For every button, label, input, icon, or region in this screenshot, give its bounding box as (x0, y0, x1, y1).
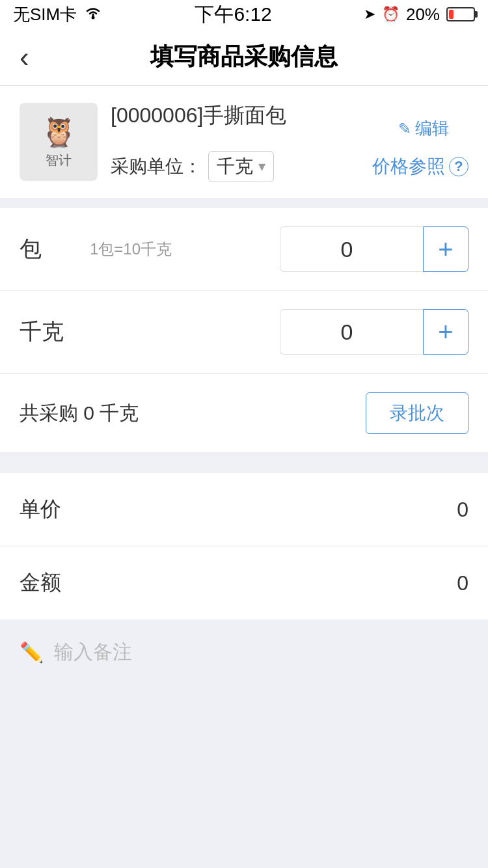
price-row-unit: 单价 0 (0, 473, 488, 547)
product-image: 🦉 智计 (20, 103, 98, 181)
status-right: ➤ ⏰ 20% (364, 5, 475, 25)
quantity-label-bao: 包 (20, 234, 85, 264)
back-button[interactable]: ‹ (20, 43, 29, 72)
quantity-row-bao: 包 1包=10千克 + (0, 208, 488, 291)
chevron-down-icon: ▾ (258, 158, 265, 175)
location-icon: ➤ (364, 6, 375, 23)
edit-icon: ✎ (398, 120, 411, 138)
notes-placeholder: 输入备注 (54, 639, 132, 666)
nav-bar: ‹ 填写商品采购信息 (0, 29, 488, 86)
price-ref-label: 价格参照 (372, 154, 445, 179)
quantity-plus-kg[interactable]: + (423, 309, 468, 355)
summary-row: 共采购 0 千克 录批次 (0, 373, 488, 452)
unit-price-label: 单价 (20, 495, 61, 524)
edit-label: 编辑 (415, 117, 449, 140)
product-unit-row: 采购单位： 千克 ▾ 价格参照 ? (111, 151, 468, 182)
product-card: 🦉 智计 [0000006]手撕面包 ✎ 编辑 采购单位： (0, 86, 488, 198)
batch-button[interactable]: 录批次 (366, 392, 468, 434)
quantity-input-kg[interactable] (280, 309, 423, 355)
quantity-input-wrap-kg: + (280, 309, 468, 355)
quantity-input-wrap-bao: + (280, 226, 468, 272)
status-bar: 无SIM卡 下午6:12 ➤ ⏰ 20% (0, 0, 488, 29)
unit-label: 采购单位： (111, 154, 202, 179)
quantity-row-kg: 千克 + (0, 291, 488, 373)
quantity-plus-bao[interactable]: + (423, 226, 468, 272)
quantity-section: 包 1包=10千克 + 千克 + (0, 208, 488, 373)
product-image-label: 智计 (46, 152, 72, 169)
quantity-sublabel-bao: 1包=10千克 (90, 239, 172, 260)
price-section: 单价 0 金额 0 (0, 473, 488, 619)
help-icon: ? (449, 157, 468, 176)
unit-price-value: 0 (457, 498, 468, 522)
product-info: [0000006]手撕面包 ✎ 编辑 采购单位： 千克 ▾ (111, 102, 468, 182)
status-left: 无SIM卡 (13, 3, 103, 26)
quantity-input-bao[interactable] (280, 226, 423, 272)
page: 无SIM卡 下午6:12 ➤ ⏰ 20% ‹ 填写商 (0, 0, 488, 868)
amount-value: 0 (457, 571, 468, 595)
notes-section[interactable]: ✏️ 输入备注 (0, 619, 488, 685)
pencil-icon: ✏️ (20, 641, 44, 664)
empty-area (0, 685, 488, 868)
alarm-icon: ⏰ (382, 6, 400, 23)
summary-text: 共采购 0 千克 (20, 400, 139, 427)
amount-label: 金额 (20, 569, 61, 597)
status-time: 下午6:12 (195, 1, 271, 28)
svg-point-0 (92, 16, 95, 20)
signal-text: 无SIM卡 (13, 3, 77, 26)
edit-button[interactable]: ✎ 编辑 (398, 117, 449, 140)
battery-icon (446, 7, 475, 21)
battery-percent: 20% (406, 5, 440, 25)
divider-2 (0, 452, 488, 463)
price-ref-button[interactable]: 价格参照 ? (372, 154, 468, 179)
unit-selector[interactable]: 千克 ▾ (208, 151, 274, 182)
product-owl-icon: 🦉 (41, 115, 77, 149)
unit-value: 千克 (217, 154, 253, 179)
main-content: 🦉 智计 [0000006]手撕面包 ✎ 编辑 采购单位： (0, 86, 488, 868)
quantity-label-kg: 千克 (20, 317, 85, 347)
wifi-icon (83, 5, 103, 23)
divider-1 (0, 198, 488, 208)
product-name: [0000006]手撕面包 (111, 102, 286, 130)
price-row-amount: 金额 0 (0, 547, 488, 619)
nav-title: 填写商品采购信息 (150, 41, 338, 73)
